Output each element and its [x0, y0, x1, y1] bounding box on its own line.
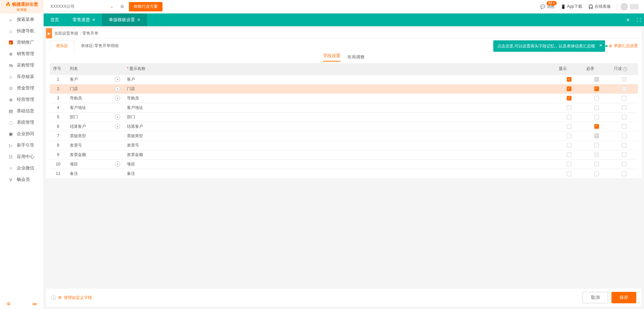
settings-icon[interactable]: ⚙: [7, 301, 11, 306]
checkbox[interactable]: [567, 152, 571, 157]
sidebar-item-3[interactable]: ⊕销售管理: [0, 48, 43, 59]
table-row[interactable]: 11备注备注: [50, 169, 638, 178]
manage-custom-fields-link[interactable]: i ⚙ 管理自定义字段: [51, 295, 92, 301]
cell-required: [583, 75, 610, 84]
checkbox[interactable]: [622, 124, 627, 129]
table-row[interactable]: 10项目+项目: [50, 159, 638, 169]
sidebar-item-2[interactable]: 🎁营销推广: [0, 37, 43, 48]
checkbox[interactable]: [622, 171, 627, 176]
company-select[interactable]: XXXXXX公司 ⌄: [48, 2, 116, 11]
plus-icon[interactable]: +: [115, 95, 120, 101]
sidebar-item-13[interactable]: ○企业微信: [0, 163, 43, 173]
table-row[interactable]: 2门店+门店: [50, 84, 638, 93]
mid-tab-0[interactable]: 字段设置: [323, 53, 340, 62]
cell-display-name[interactable]: 发票金额: [124, 150, 555, 159]
checkbox[interactable]: [594, 124, 599, 129]
plus-icon[interactable]: +: [115, 161, 120, 167]
checkbox[interactable]: [567, 115, 571, 119]
gear-icon[interactable]: ⚙: [120, 4, 124, 9]
avatar[interactable]: [620, 3, 628, 10]
table-row[interactable]: 3导购员+导购员: [50, 93, 638, 103]
checkbox[interactable]: [622, 133, 627, 138]
checkbox[interactable]: [622, 96, 627, 101]
checkbox[interactable]: [622, 105, 627, 110]
tab-2[interactable]: 单据模板设置✕: [102, 13, 147, 26]
table-row[interactable]: 1客户+客户: [50, 75, 638, 84]
plus-icon[interactable]: +: [115, 124, 120, 129]
checkbox[interactable]: [622, 143, 627, 148]
close-all-tabs-button[interactable]: ✕: [623, 13, 633, 26]
table-row[interactable]: 9发票金额发票金额: [50, 150, 638, 159]
checkbox[interactable]: [594, 86, 599, 91]
close-icon[interactable]: ✕: [599, 42, 602, 48]
checkbox[interactable]: [594, 115, 599, 119]
help-icon[interactable]: ?: [623, 67, 627, 71]
sidebar-item-6[interactable]: ⊙资金管理: [0, 83, 43, 93]
sub-tab-0[interactable]: 表头区: [50, 41, 75, 51]
cell-display-name[interactable]: 客户: [124, 75, 555, 84]
table-row[interactable]: 6结算客户+结算客户: [50, 122, 638, 131]
sidebar-item-4[interactable]: 🛍采购管理: [0, 60, 43, 71]
save-button[interactable]: 保存: [611, 292, 636, 303]
mid-tab-1[interactable]: 布局调整: [347, 54, 365, 60]
table-row[interactable]: 5部门+部门: [50, 112, 638, 122]
plus-icon[interactable]: +: [115, 114, 120, 120]
cell-display-name[interactable]: 备注: [124, 169, 555, 178]
close-icon[interactable]: ✕: [92, 17, 95, 22]
summary-settings-link[interactable]: ⚙ 单据汇总设置: [605, 43, 638, 49]
trial-button[interactable]: 体验行业方案: [129, 2, 163, 11]
tab-1[interactable]: 零售退货✕: [66, 13, 102, 26]
sidebar-item-5[interactable]: ⌂库存核算: [0, 71, 43, 82]
sidebar-item-0[interactable]: ⌕搜索菜单: [0, 14, 43, 25]
sub-tab-1[interactable]: 表体区-零售开单明细: [75, 41, 125, 51]
checkbox[interactable]: [567, 86, 571, 91]
checkbox[interactable]: [594, 96, 599, 101]
sidebar-item-9[interactable]: ◌系统管理: [0, 117, 43, 128]
tabs-bar: 首页零售退货✕单据模板设置✕ ✕ ⛶: [44, 13, 644, 26]
sidebar-item-11[interactable]: ▷新手引导: [0, 140, 43, 151]
sidebar-item-1[interactable]: ⌂快捷导航: [0, 26, 43, 36]
cell-display-name[interactable]: 门店: [124, 84, 555, 93]
checkbox[interactable]: [622, 162, 627, 166]
checkbox[interactable]: [567, 124, 571, 129]
checkbox[interactable]: [567, 171, 571, 176]
fullscreen-button[interactable]: ⛶: [633, 13, 644, 26]
checkbox[interactable]: [567, 77, 571, 82]
checkbox[interactable]: [594, 143, 599, 148]
checkbox[interactable]: [594, 105, 599, 110]
cell-display-name[interactable]: 发票号: [124, 141, 555, 150]
checkbox[interactable]: [567, 96, 571, 101]
plus-icon[interactable]: +: [115, 77, 120, 82]
checkbox[interactable]: [567, 143, 571, 148]
sidebar-item-8[interactable]: ▤基础信息: [0, 106, 43, 116]
table-row[interactable]: 8发票号发票号: [50, 141, 638, 150]
sidebar-item-10[interactable]: ▣企业协同: [0, 128, 43, 139]
collapse-icon[interactable]: ⏮: [32, 301, 37, 306]
sidebar-item-12[interactable]: ☷应用中心: [0, 151, 43, 162]
checkbox[interactable]: [622, 152, 627, 157]
cell-display-name[interactable]: 结算客户: [124, 122, 555, 131]
checkbox[interactable]: [594, 162, 599, 166]
cell-display-name[interactable]: 票据类型: [124, 131, 555, 141]
cell-display-name[interactable]: 导购员: [124, 93, 555, 103]
cancel-button[interactable]: 取消: [583, 292, 608, 303]
messages-link[interactable]: 💬消息 99 +: [540, 4, 555, 9]
plus-icon[interactable]: +: [115, 86, 120, 91]
sidebar-item-7[interactable]: ≣经营管理: [0, 94, 43, 105]
cell-display-name[interactable]: 项目: [124, 159, 555, 169]
checkbox[interactable]: [594, 171, 599, 176]
cell-display-name[interactable]: 客户地址: [124, 103, 555, 112]
checkbox[interactable]: [622, 115, 627, 119]
table-row[interactable]: 7票据类型票据类型: [50, 131, 638, 141]
table-row[interactable]: 4客户地址客户地址: [50, 103, 638, 112]
expand-arrow-icon[interactable]: ▶: [46, 28, 52, 38]
app-download-link[interactable]: 📱App下载: [561, 4, 582, 9]
customer-service-link[interactable]: 🎧在线客服: [588, 4, 611, 9]
close-icon[interactable]: ✕: [137, 17, 140, 22]
sidebar-item-14[interactable]: V畅会员: [0, 174, 43, 185]
checkbox[interactable]: [567, 162, 571, 166]
checkbox[interactable]: [567, 105, 571, 110]
cell-display-name[interactable]: 部门: [124, 112, 555, 122]
checkbox[interactable]: [567, 133, 571, 138]
tab-0[interactable]: 首页: [44, 13, 66, 26]
